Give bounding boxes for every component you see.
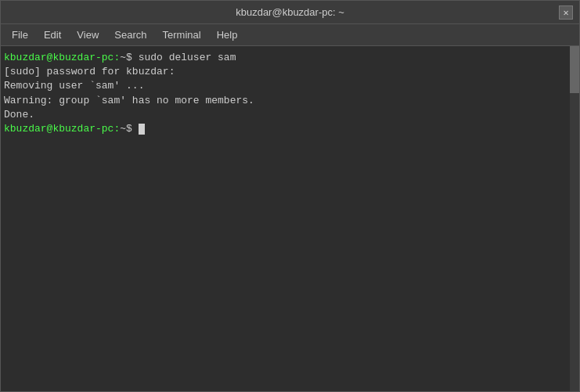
close-button[interactable]: ✕ [559, 5, 573, 20]
menu-help[interactable]: Help [209, 27, 246, 43]
command-1: sudo deluser sam [139, 52, 236, 63]
menu-file[interactable]: File [4, 27, 36, 43]
title-bar: kbuzdar@kbuzdar-pc: ~ ✕ [1, 1, 579, 24]
output-3: Removing user `sam' ... [4, 80, 144, 92]
scrollbar[interactable] [570, 46, 579, 391]
terminal-line-2: [sudo] password for kbuzdar: [4, 65, 576, 79]
window-title: kbuzdar@kbuzdar-pc: ~ [236, 6, 344, 18]
terminal-line-5: Done. [4, 108, 576, 122]
terminal-line-4: Warning: group `sam' has no more members… [4, 94, 576, 108]
menu-terminal[interactable]: Terminal [155, 27, 209, 43]
menu-bar: File Edit View Search Terminal Help [1, 24, 579, 46]
output-5: Done. [4, 109, 34, 120]
prompt-6: kbuzdar@kbuzdar-pc: [4, 123, 120, 135]
prompt-1: kbuzdar@kbuzdar-pc: [4, 52, 120, 63]
menu-search[interactable]: Search [106, 27, 154, 43]
scrollbar-thumb[interactable] [570, 46, 579, 93]
menu-view[interactable]: View [69, 27, 106, 43]
output-4: Warning: group `sam' has no more members… [4, 95, 254, 106]
output-2: [sudo] password for kbuzdar: [4, 66, 175, 77]
cursor [139, 124, 145, 135]
menu-edit[interactable]: Edit [36, 27, 69, 43]
terminal-body[interactable]: kbuzdar@kbuzdar-pc:~$ sudo deluser sam [… [1, 46, 579, 391]
terminal-line-3: Removing user `sam' ... [4, 79, 576, 93]
terminal-line-6: kbuzdar@kbuzdar-pc:~$ [4, 122, 576, 136]
terminal-line-1: kbuzdar@kbuzdar-pc:~$ sudo deluser sam [4, 51, 576, 65]
prompt-suffix-6: ~$ [120, 123, 138, 135]
prompt-suffix-1: ~$ [120, 52, 138, 63]
terminal-window: kbuzdar@kbuzdar-pc: ~ ✕ File Edit View S… [0, 0, 580, 392]
close-icon: ✕ [563, 7, 568, 18]
